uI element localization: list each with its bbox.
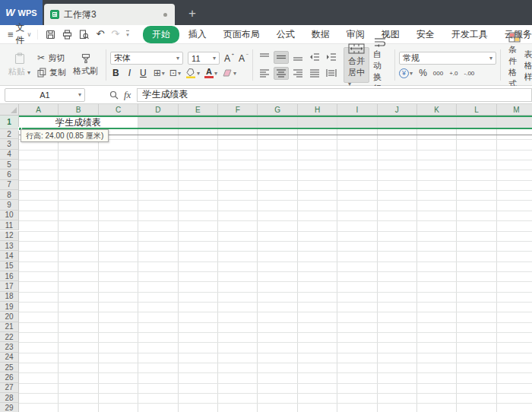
- align-middle-button[interactable]: [274, 51, 289, 64]
- row-header-8[interactable]: 8: [0, 190, 19, 200]
- column-header-M[interactable]: M: [497, 104, 532, 116]
- column-header-D[interactable]: D: [138, 104, 178, 116]
- menu-tab-页面布局[interactable]: 页面布局: [216, 27, 268, 43]
- column-header-E[interactable]: E: [179, 104, 218, 116]
- font-size-select[interactable]: 11▾: [188, 52, 220, 65]
- undo-button[interactable]: ↶: [96, 30, 104, 39]
- active-cell-a1[interactable]: 学生成绩表: [19, 117, 138, 128]
- menu-tab-安全[interactable]: 安全: [409, 27, 442, 43]
- menu-tab-插入[interactable]: 插入: [181, 27, 214, 43]
- paste-button[interactable]: 粘贴 ▾: [5, 51, 34, 79]
- align-bottom-button[interactable]: [290, 51, 306, 64]
- menu-tab-公式[interactable]: 公式: [269, 27, 302, 43]
- column-header-H[interactable]: H: [298, 104, 337, 116]
- row-header-2[interactable]: 2: [0, 129, 19, 139]
- row-header-20[interactable]: 20: [0, 312, 19, 322]
- borders-button[interactable]: ⊞▾: [154, 68, 165, 78]
- row-header-5[interactable]: 5: [0, 160, 19, 170]
- row-header-3[interactable]: 3: [0, 139, 19, 149]
- italic-button[interactable]: I: [126, 68, 133, 78]
- row-header-27[interactable]: 27: [0, 383, 19, 393]
- cut-button[interactable]: ✂ 剪切: [37, 52, 66, 64]
- row-header-15[interactable]: 15: [0, 261, 19, 271]
- print-button[interactable]: [62, 30, 72, 40]
- row-header-14[interactable]: 14: [0, 251, 19, 261]
- row-header-23[interactable]: 23: [0, 342, 19, 352]
- column-header-C[interactable]: C: [99, 104, 138, 116]
- decrease-decimal-button[interactable]: -.00: [464, 70, 475, 77]
- menu-tab-数据[interactable]: 数据: [304, 27, 337, 43]
- font-name-select[interactable]: 宋体▾: [110, 52, 183, 65]
- clear-format-button[interactable]: ▾: [222, 68, 236, 78]
- redo-button[interactable]: ↷: [111, 30, 119, 39]
- column-header-A[interactable]: A: [19, 104, 59, 116]
- increase-indent-button[interactable]: [324, 51, 339, 64]
- column-header-L[interactable]: L: [457, 104, 496, 116]
- justify-button[interactable]: [307, 67, 322, 80]
- underline-button[interactable]: U: [138, 68, 149, 78]
- distributed-button[interactable]: [324, 67, 339, 80]
- row-header-16[interactable]: 16: [0, 271, 19, 281]
- row-header-9[interactable]: 9: [0, 200, 19, 210]
- tab-close-button[interactable]: [163, 13, 167, 17]
- row-header-25[interactable]: 25: [0, 363, 19, 372]
- row-header-21[interactable]: 21: [0, 322, 19, 332]
- document-tab[interactable]: 工作簿3: [44, 4, 175, 25]
- row-header-26[interactable]: 26: [0, 372, 19, 382]
- format-painter-button[interactable]: 格式刷: [69, 52, 102, 78]
- customize-toolbar-button[interactable]: ▾: [126, 30, 129, 38]
- name-box[interactable]: A1 ▾: [5, 88, 85, 102]
- merge-center-button[interactable]: 合并居中 ▾: [344, 47, 369, 83]
- row-header-12[interactable]: 12: [0, 231, 19, 241]
- row-header-18[interactable]: 18: [0, 292, 19, 302]
- column-header-I[interactable]: I: [337, 104, 377, 116]
- row-header-6[interactable]: 6: [0, 170, 19, 179]
- row-header-1[interactable]: 1: [0, 116, 19, 129]
- increase-decimal-button[interactable]: +.0: [449, 70, 458, 77]
- number-format-select[interactable]: 常规▾: [399, 52, 496, 65]
- print-preview-button[interactable]: [79, 30, 89, 40]
- draw-border-button[interactable]: ⊡▾: [169, 68, 181, 78]
- row-header-7[interactable]: 7: [0, 180, 19, 190]
- row-header-29[interactable]: 29: [0, 403, 19, 412]
- column-header-F[interactable]: F: [218, 104, 258, 116]
- row-header-24[interactable]: 24: [0, 353, 19, 363]
- row-header-10[interactable]: 10: [0, 211, 19, 220]
- menu-tab-开始[interactable]: 开始: [143, 26, 179, 43]
- column-header-B[interactable]: B: [59, 104, 98, 116]
- increase-font-size-button[interactable]: A⁺: [224, 53, 234, 64]
- align-right-button[interactable]: [290, 67, 306, 80]
- align-center-button[interactable]: [274, 67, 289, 80]
- row-header-4[interactable]: 4: [0, 150, 19, 160]
- row-header-22[interactable]: 22: [0, 332, 19, 342]
- column-header-G[interactable]: G: [258, 104, 297, 116]
- row-header-28[interactable]: 28: [0, 393, 19, 403]
- decrease-font-size-button[interactable]: A⁻: [239, 53, 249, 64]
- insert-function-button[interactable]: fx: [124, 89, 131, 101]
- copy-button[interactable]: 复制: [37, 67, 66, 78]
- row-header-13[interactable]: 13: [0, 241, 19, 251]
- row-header-11[interactable]: 11: [0, 220, 19, 230]
- thousands-separator-button[interactable]: 000: [433, 70, 443, 77]
- select-all-corner[interactable]: [0, 104, 19, 116]
- column-header-J[interactable]: J: [378, 104, 417, 116]
- formula-input[interactable]: 学生成绩表: [137, 88, 532, 102]
- conditional-format-button[interactable]: 条件格式 ▾: [505, 47, 524, 83]
- wrap-text-button[interactable]: 自动换行: [369, 47, 391, 83]
- file-menu-button[interactable]: ≡ 文件 ∨: [0, 21, 37, 47]
- bold-button[interactable]: B: [110, 68, 122, 78]
- align-left-button[interactable]: [257, 67, 272, 80]
- currency-format-button[interactable]: ¥▾: [399, 68, 413, 78]
- column-header-K[interactable]: K: [417, 104, 457, 116]
- menu-tab-审阅[interactable]: 审阅: [339, 27, 372, 43]
- search-icon[interactable]: [109, 90, 119, 100]
- align-top-button[interactable]: [257, 51, 272, 64]
- table-style-button[interactable]: 表格样式: [524, 47, 532, 83]
- fill-color-button[interactable]: ▾: [185, 68, 200, 78]
- percent-format-button[interactable]: %: [419, 68, 427, 78]
- row-header-17[interactable]: 17: [0, 281, 19, 291]
- row-header-19[interactable]: 19: [0, 302, 19, 312]
- save-button[interactable]: [46, 30, 55, 40]
- menu-tab-开发工具[interactable]: 开发工具: [444, 27, 496, 43]
- new-tab-button[interactable]: +: [188, 5, 196, 22]
